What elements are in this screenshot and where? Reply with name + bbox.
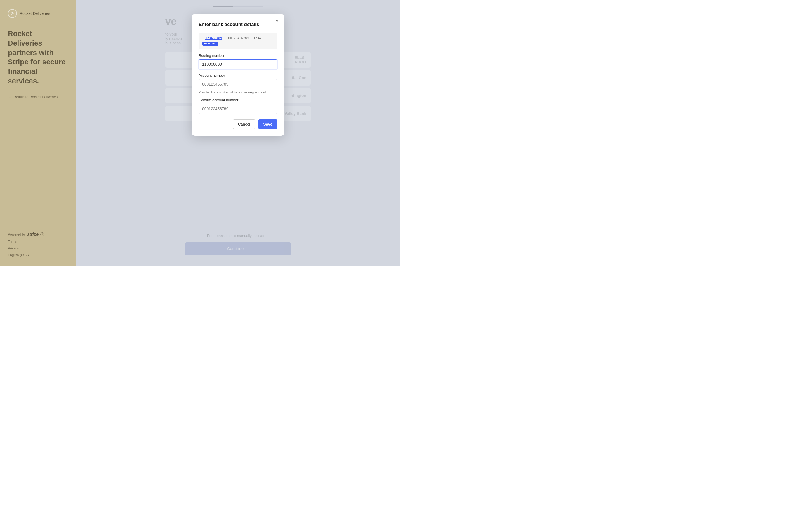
powered-by-row: Powered by stripe i: [8, 232, 68, 237]
cancel-button[interactable]: Cancel: [233, 119, 255, 129]
account-number-display: 000123456789: [227, 36, 249, 40]
language-arrow-icon: ▾: [28, 253, 30, 257]
confirm-account-label: Confirm account number: [198, 98, 278, 102]
check-numbers-row: ⁚ 123456789 ⁚ 000123456789 ⌇ 1234: [203, 36, 273, 40]
check-sep2: ⁚: [224, 36, 225, 40]
modal-title: Enter bank account details: [198, 22, 278, 27]
brand-logo-symbol: ⊙: [11, 11, 14, 16]
left-headline: Rocket Deliveries partners with Stripe f…: [8, 29, 68, 86]
left-panel: ⊙ Rocket Deliveries Rocket Deliveries pa…: [0, 0, 76, 266]
right-panel: ve to your ly receive business. ELLSARGO…: [76, 0, 400, 266]
modal-close-button[interactable]: ✕: [273, 18, 280, 25]
check-illustration: ⁚ 123456789 ⁚ 000123456789 ⌇ 1234 ROUTIN…: [198, 33, 278, 49]
account-number-hint: Your bank account must be a checking acc…: [198, 91, 278, 94]
confirm-account-input[interactable]: [198, 104, 278, 114]
check-sep3: ⌇: [250, 36, 252, 40]
routing-number-display: 123456789: [205, 36, 222, 40]
routing-number-field-group: Routing number: [198, 53, 278, 69]
account-number-field-group: Account number Your bank account must be…: [198, 73, 278, 94]
save-button[interactable]: Save: [258, 119, 278, 129]
brand-row: ⊙ Rocket Deliveries: [8, 9, 68, 18]
stripe-logo: stripe: [27, 232, 39, 237]
routing-number-label: Routing number: [198, 53, 278, 58]
account-number-label: Account number: [198, 73, 278, 77]
brand-logo: ⊙: [8, 9, 17, 18]
routing-number-input[interactable]: [198, 59, 278, 69]
confirm-account-field-group: Confirm account number: [198, 98, 278, 114]
privacy-link[interactable]: Privacy: [8, 246, 68, 250]
modal: ✕ Enter bank account details ⁚ 123456789…: [192, 14, 284, 136]
back-link-label: Return to Rocket Deliveries: [14, 95, 58, 99]
modal-overlay: ✕ Enter bank account details ⁚ 123456789…: [76, 0, 400, 266]
check-number-display: 1234: [253, 36, 261, 40]
brand-name: Rocket Deliveries: [20, 11, 50, 16]
modal-buttons: Cancel Save: [198, 119, 278, 129]
account-number-input[interactable]: [198, 79, 278, 89]
back-link[interactable]: ← Return to Rocket Deliveries: [8, 95, 68, 99]
info-icon[interactable]: i: [40, 232, 44, 236]
check-sep1: ⁚: [203, 36, 204, 40]
back-arrow-icon: ←: [8, 95, 12, 99]
routing-badge: ROUTING: [203, 42, 218, 45]
left-footer: Powered by stripe i Terms Privacy Englis…: [8, 232, 68, 257]
terms-link[interactable]: Terms: [8, 240, 68, 244]
language-selector[interactable]: English (US) ▾: [8, 253, 68, 257]
powered-by-label: Powered by: [8, 232, 25, 236]
language-label: English (US): [8, 253, 26, 257]
